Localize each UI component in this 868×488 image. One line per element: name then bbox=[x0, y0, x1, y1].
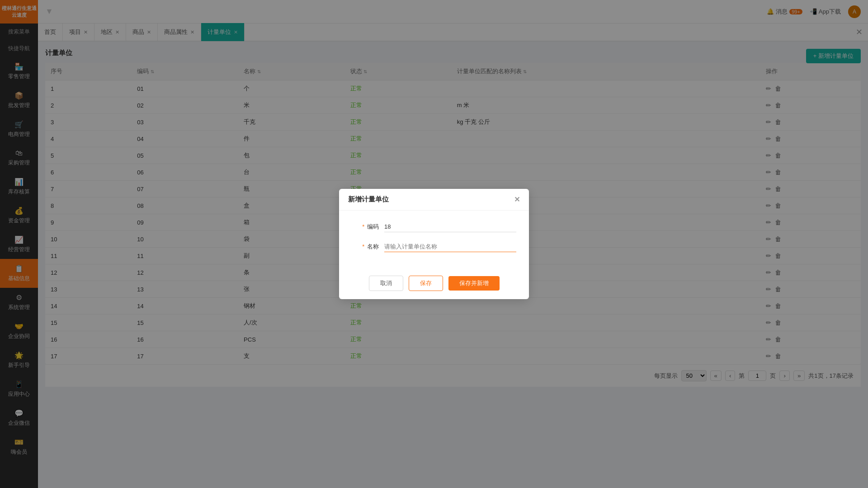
cancel-button[interactable]: 取消 bbox=[369, 276, 403, 291]
name-label: * 名称 bbox=[352, 243, 379, 251]
modal-footer: 取消 保存 保存并新增 bbox=[339, 270, 529, 299]
modal-close-button[interactable]: ✕ bbox=[514, 195, 520, 204]
code-label: * 编码 bbox=[352, 223, 379, 231]
name-form-row: * 名称 bbox=[352, 241, 516, 252]
modal-overlay[interactable]: 新增计量单位 ✕ * 编码 * 名称 取消 保存 保存并新增 bbox=[0, 0, 868, 488]
modal-header: 新增计量单位 ✕ bbox=[339, 189, 529, 211]
code-form-row: * 编码 bbox=[352, 221, 516, 232]
save-button[interactable]: 保存 bbox=[409, 276, 443, 291]
code-input[interactable] bbox=[384, 221, 516, 232]
modal-title: 新增计量单位 bbox=[348, 195, 389, 204]
save-continue-button[interactable]: 保存并新增 bbox=[448, 276, 500, 291]
modal-body: * 编码 * 名称 bbox=[339, 211, 529, 270]
add-unit-modal: 新增计量单位 ✕ * 编码 * 名称 取消 保存 保存并新增 bbox=[339, 189, 529, 299]
name-input[interactable] bbox=[384, 241, 516, 252]
